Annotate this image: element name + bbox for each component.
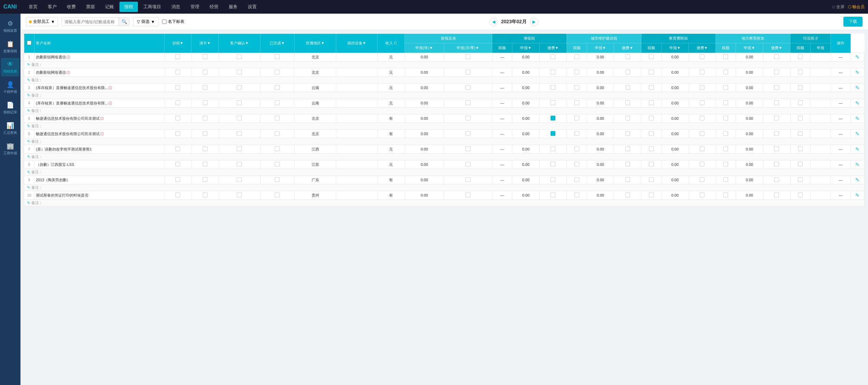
ops-cell[interactable]: ✎	[851, 99, 864, 108]
chaoshui-checkbox[interactable]	[175, 177, 180, 182]
remark-cell[interactable]: ✎备注：	[24, 184, 865, 191]
localedu-fee-checkbox[interactable]	[798, 177, 803, 182]
edu-fee-cell[interactable]	[716, 84, 736, 92]
city-report-cell[interactable]	[614, 145, 641, 154]
edit-icon[interactable]: ✎	[855, 146, 859, 152]
edu-report-cell[interactable]	[688, 53, 716, 61]
vat-report-checkbox[interactable]	[551, 162, 555, 167]
done-checkbox[interactable]	[275, 54, 280, 59]
remark-cell[interactable]: ✎备注：	[24, 77, 865, 84]
done-cell[interactable]	[260, 68, 295, 77]
localedu-report-checkbox[interactable]	[774, 116, 779, 120]
vat-report-cell[interactable]	[539, 191, 567, 200]
vat-fee-checkbox[interactable]	[574, 131, 579, 136]
ops-cell[interactable]: ✎	[851, 53, 864, 61]
ops-cell[interactable]: ✎	[851, 114, 864, 123]
chaoshui-cell[interactable]	[164, 84, 191, 92]
confirm-checkbox[interactable]	[237, 146, 242, 151]
edu-report-checkbox[interactable]	[700, 162, 705, 167]
city-report-cell[interactable]	[614, 130, 641, 138]
city-fee-cell[interactable]	[641, 114, 661, 123]
city-report-cell[interactable]	[614, 160, 641, 169]
localedu-report-cell[interactable]	[763, 130, 791, 138]
search-button[interactable]: 🔍	[118, 18, 130, 26]
edu-fee-checkbox[interactable]	[723, 100, 728, 105]
city-report-cell[interactable]	[614, 68, 641, 77]
city-report-checkbox[interactable]	[625, 146, 630, 151]
localedu-report-checkbox[interactable]	[774, 162, 779, 167]
confirm-cell[interactable]	[219, 53, 260, 61]
financial-year-cell[interactable]	[444, 130, 492, 138]
fin-year-checkbox[interactable]	[466, 131, 470, 136]
vat-fee-checkbox[interactable]	[574, 85, 579, 90]
prev-month-button[interactable]: ◀	[489, 18, 498, 26]
edit-icon[interactable]: ✎	[855, 85, 859, 90]
edu-fee-cell[interactable]	[716, 53, 736, 61]
remark-edit-icon[interactable]: ✎	[27, 185, 30, 189]
remark-cell[interactable]: ✎备注：	[24, 92, 865, 99]
vat-fee-checkbox[interactable]	[574, 146, 579, 151]
chaoshui-checkbox[interactable]	[175, 162, 180, 167]
localedu-report-cell[interactable]	[763, 53, 791, 61]
qingka-cell[interactable]	[191, 114, 219, 123]
edu-report-checkbox[interactable]	[700, 85, 705, 90]
remark-edit-icon[interactable]: ✎	[27, 201, 30, 205]
qingka-cell[interactable]	[191, 191, 219, 200]
qingka-checkbox[interactable]	[203, 100, 208, 105]
edu-fee-cell[interactable]	[716, 145, 736, 154]
edu-report-cell[interactable]	[688, 145, 716, 154]
city-fee-checkbox[interactable]	[649, 146, 654, 151]
city-report-checkbox[interactable]	[625, 177, 630, 182]
city-fee-checkbox[interactable]	[649, 162, 654, 167]
edu-report-cell[interactable]	[688, 160, 716, 169]
localedu-report-cell[interactable]	[763, 191, 791, 200]
qingka-cell[interactable]	[191, 53, 219, 61]
edu-fee-checkbox[interactable]	[723, 146, 728, 151]
edu-report-cell[interactable]	[688, 114, 716, 123]
confirm-checkbox[interactable]	[237, 85, 242, 90]
done-checkbox[interactable]	[275, 85, 280, 90]
city-report-checkbox[interactable]	[625, 70, 630, 74]
vat-report-checkbox[interactable]	[551, 192, 555, 197]
city-report-cell[interactable]	[614, 114, 641, 123]
edu-report-checkbox[interactable]	[700, 192, 705, 197]
city-report-cell[interactable]	[614, 99, 641, 108]
localedu-fee-cell[interactable]	[790, 130, 810, 138]
nav-accounting[interactable]: 记账	[100, 2, 119, 12]
city-fee-cell[interactable]	[641, 191, 661, 200]
edu-fee-checkbox[interactable]	[723, 85, 728, 90]
city-fee-cell[interactable]	[641, 99, 661, 108]
edu-fee-checkbox[interactable]	[723, 177, 728, 182]
nav-invoice[interactable]: 票据	[81, 2, 100, 12]
vat-fee-cell[interactable]	[567, 53, 587, 61]
vat-fee-cell[interactable]	[567, 191, 587, 200]
city-fee-cell[interactable]	[641, 176, 661, 184]
vat-report-cell[interactable]	[539, 145, 567, 154]
edu-report-checkbox[interactable]	[700, 131, 705, 136]
fin-year-checkbox[interactable]	[466, 116, 470, 120]
localedu-fee-checkbox[interactable]	[798, 192, 803, 197]
edu-fee-cell[interactable]	[716, 191, 736, 200]
remark-edit-icon[interactable]: ✎	[27, 139, 30, 143]
city-report-cell[interactable]	[614, 191, 641, 200]
chaoshui-checkbox[interactable]	[175, 131, 180, 136]
done-checkbox[interactable]	[275, 146, 280, 151]
chaoshui-cell[interactable]	[164, 114, 191, 123]
financial-year-cell[interactable]	[444, 145, 492, 154]
remark-edit-icon[interactable]: ✎	[27, 170, 30, 174]
remark-cell[interactable]: ✎备注：	[24, 200, 865, 206]
nav-operation[interactable]: 经营	[205, 2, 223, 12]
localedu-report-checkbox[interactable]	[774, 100, 779, 105]
localedu-fee-checkbox[interactable]	[798, 116, 803, 120]
ops-cell[interactable]: ✎	[851, 145, 864, 154]
sidebar-item-gongshangnianbaou[interactable]: 🏢 工商年报	[1, 140, 19, 158]
sidebar-item-baoshui-shezhi[interactable]: ⚙ 报税设置	[1, 17, 19, 36]
vat-report-cell[interactable]	[539, 176, 567, 184]
edu-fee-cell[interactable]	[716, 114, 736, 123]
qingka-checkbox[interactable]	[203, 70, 208, 74]
done-checkbox[interactable]	[275, 192, 280, 197]
city-fee-checkbox[interactable]	[649, 192, 654, 197]
vat-fee-cell[interactable]	[567, 176, 587, 184]
confirm-cell[interactable]	[219, 84, 260, 92]
localedu-report-checkbox[interactable]	[774, 192, 779, 197]
